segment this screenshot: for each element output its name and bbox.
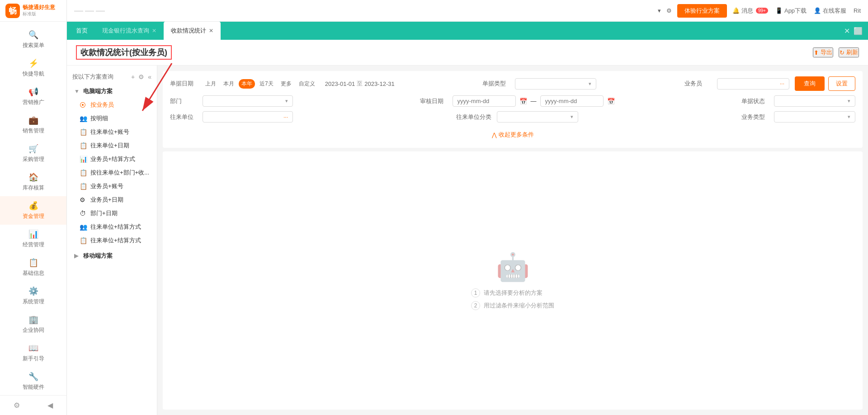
doc-status-arrow: ▾: [848, 98, 850, 104]
salesperson-select[interactable]: ···: [717, 78, 789, 90]
partner-category-select[interactable]: ▾: [497, 111, 578, 123]
date-tab-custom[interactable]: 自定义: [296, 79, 318, 89]
logo-name: 畅捷通好生意: [23, 4, 55, 10]
sidebar-nav: 🔍 搜索菜单 ⚡ 快捷导航 📢 营销推广 💼 销售管理 🛒 采购管理 🏠: [0, 22, 66, 395]
partner-select[interactable]: ···: [203, 111, 293, 123]
tree-item-detail[interactable]: 👥 按明细: [67, 112, 157, 125]
topbar: — — — ▾ ⚙ 体验行业方案 🔔 消息 99+ 📱 App下载 👤: [67, 0, 868, 22]
tree-item-partner-date[interactable]: 📋 往来单位+日期: [67, 139, 157, 152]
tab-receipt[interactable]: 收款情况统计 ✕: [164, 22, 221, 40]
collapse-btn[interactable]: ⋀ 收起更多条件: [170, 127, 855, 142]
sidebar-item-marketing[interactable]: 📢 营销推广: [0, 82, 66, 111]
pc-solutions-group[interactable]: ▼ 电脑端方案: [67, 85, 157, 98]
main-area: — — — ▾ ⚙ 体验行业方案 🔔 消息 99+ 📱 App下载 👤: [67, 0, 868, 415]
setting-btn[interactable]: 设置: [828, 76, 855, 91]
tree-item-salesperson-date[interactable]: ⚙ 业务员+日期: [67, 193, 157, 207]
user-avatar[interactable]: Rit: [854, 7, 861, 14]
filter-area: 单据日期 上月 本月 本年 近7天 更多 自定义 2023-01-01: [163, 71, 863, 148]
purchase-icon: 🛒: [28, 144, 38, 154]
sidebar-item-corp[interactable]: 🏢 企业协同: [0, 310, 66, 339]
right-panel: 单据日期 上月 本月 本年 近7天 更多 自定义 2023-01-01: [157, 66, 868, 415]
sidebar-item-quicknav[interactable]: ⚡ 快捷导航: [0, 54, 66, 82]
partner-settlement2-icon: 📋: [80, 237, 88, 244]
partner-date-icon: 📋: [80, 142, 88, 149]
tab-receipt-close[interactable]: ✕: [209, 28, 213, 34]
sidebar-item-operation[interactable]: 📊 经营管理: [0, 225, 66, 253]
refresh-btn[interactable]: ↻ 刷新: [839, 47, 859, 57]
tree-item-partner-dept[interactable]: 📋 按往来单位+部门+收...: [67, 166, 157, 179]
notification-icon: 🔔: [732, 7, 740, 14]
partner-account-icon: 📋: [80, 128, 88, 136]
mobile-solutions-group[interactable]: ▶ 移动端方案: [67, 249, 157, 263]
panel-collapse-btn[interactable]: «: [148, 73, 151, 80]
date-tab-last-month[interactable]: 上月: [203, 79, 219, 89]
tree-item-salesperson[interactable]: ⦿ 按业务员: [67, 98, 157, 112]
scheme-settings-btn[interactable]: ⚙: [138, 73, 144, 80]
salesperson-more-btn[interactable]: ···: [780, 80, 784, 87]
sidebar-collapse-btn[interactable]: ◀: [47, 401, 53, 410]
tree-item-partner-settlement2[interactable]: 📋 往来单位+结算方式: [67, 234, 157, 247]
page-title: 收款情况统计(按业务员): [76, 45, 172, 60]
sidebar-item-purchase[interactable]: 🛒 采购管理: [0, 139, 66, 168]
dept-select[interactable]: ▾: [203, 95, 293, 107]
sidebar-item-guide[interactable]: 📖 新手引导: [0, 339, 66, 367]
tree-item-dept-date[interactable]: ⏱ 部门+日期: [67, 207, 157, 220]
partner-more-btn[interactable]: ···: [283, 114, 288, 120]
breadcrumb: — — —: [74, 5, 652, 16]
breadcrumb-dropdown[interactable]: ▾: [658, 7, 661, 14]
left-panel-header: 按以下方案查询 + ⚙ «: [67, 69, 157, 85]
tree-item-partner-account[interactable]: 📋 往来单位+账号: [67, 125, 157, 139]
window-close-btn[interactable]: ✕: [844, 27, 850, 35]
sidebar-item-basic[interactable]: 📋 基础信息: [0, 253, 66, 282]
empty-tips: 1 请先选择要分析的方案 2 用过滤条件来缩小分析范围: [471, 288, 554, 310]
sidebar: 畅 畅捷通好生意 标准版 🔍 搜索菜单 ⚡ 快捷导航 📢 营销推广 💼 销: [0, 0, 67, 415]
operation-icon: 📊: [28, 229, 38, 239]
active-item-icon: ⦿: [80, 101, 88, 108]
filter-row-2: 部门 ▾ 审核日期 📅 —: [170, 95, 855, 107]
add-scheme-btn[interactable]: +: [131, 73, 135, 80]
sidebar-item-system[interactable]: ⚙️ 系统管理: [0, 282, 66, 310]
settings-icon[interactable]: ⚙: [666, 7, 672, 14]
tree-item-salesperson-account[interactable]: 📋 业务员+账号: [67, 179, 157, 193]
doc-type-select[interactable]: ▾: [515, 78, 596, 90]
biz-type-select[interactable]: ▾: [774, 111, 855, 123]
app-download-btn[interactable]: 📱 App下载: [775, 7, 807, 15]
trial-btn[interactable]: 体验行业方案: [677, 4, 727, 18]
empty-tip-1: 1 请先选择要分析的方案: [471, 288, 554, 297]
tab-bank-close[interactable]: ✕: [152, 28, 156, 34]
date-tab-this-year[interactable]: 本年: [239, 79, 255, 89]
left-panel: 按以下方案查询 + ⚙ « ▼ 电脑端方案 ⦿ 按业务员: [67, 66, 157, 415]
guide-icon: 📖: [28, 343, 38, 353]
window-maximize-btn[interactable]: ⬜: [854, 27, 863, 35]
review-date-from[interactable]: [453, 95, 516, 107]
notification-btn[interactable]: 🔔 消息 99+: [732, 7, 768, 15]
mobile-expand-icon: ▶: [74, 253, 80, 259]
finance-icon: 💰: [28, 201, 38, 211]
tab-bank[interactable]: 现金银行流水查询 ✕: [95, 22, 164, 40]
review-date-label: 审核日期: [420, 97, 447, 105]
tree-item-partner-settlement1[interactable]: 👥 往来单位+结算方式: [67, 220, 157, 234]
date-tab-last7[interactable]: 近7天: [257, 79, 276, 89]
customer-service-btn[interactable]: 👤 在线客服: [814, 7, 846, 15]
query-btn[interactable]: 查询: [795, 76, 825, 91]
doc-status-select[interactable]: ▾: [774, 95, 855, 107]
sidebar-settings-btn[interactable]: ⚙: [14, 401, 20, 410]
tree-item-salesperson-settlement[interactable]: 📊 业务员+结算方式: [67, 152, 157, 166]
system-icon: ⚙️: [28, 286, 38, 296]
tab-home[interactable]: 首页: [69, 22, 95, 40]
review-date-to[interactable]: [540, 95, 604, 107]
logo-badge: 标准版: [23, 11, 55, 17]
sidebar-item-search[interactable]: 🔍 搜索菜单: [0, 25, 66, 54]
sales-icon: 💼: [28, 115, 38, 125]
date-tab-more[interactable]: 更多: [278, 79, 294, 89]
partner-label: 往来单位: [170, 113, 197, 121]
calendar-from-icon[interactable]: 📅: [519, 98, 527, 105]
dept-date-icon: ⏱: [80, 210, 88, 217]
sidebar-item-finance[interactable]: 💰 资金管理: [0, 196, 66, 225]
sidebar-item-hardware[interactable]: 🔧 智能硬件: [0, 367, 66, 395]
sidebar-item-sales[interactable]: 💼 销售管理: [0, 111, 66, 139]
sidebar-item-warehouse[interactable]: 🏠 库存核算: [0, 168, 66, 196]
date-tab-this-month[interactable]: 本月: [221, 79, 237, 89]
calendar-to-icon[interactable]: 📅: [607, 98, 615, 105]
export-btn[interactable]: ⬆ 导出: [813, 47, 833, 57]
